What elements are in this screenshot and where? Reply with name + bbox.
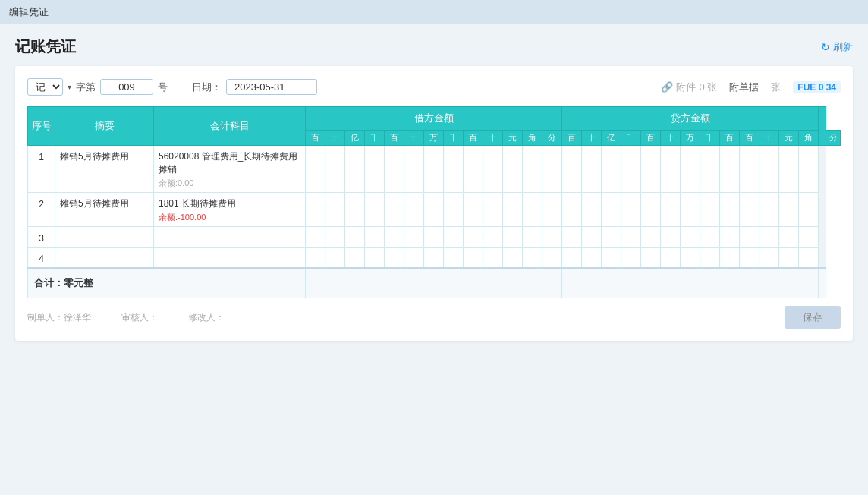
row-account-1[interactable]: 56020008 管理费用_长期待摊费用摊销余额:0.00: [154, 146, 306, 193]
row-1-credit-8[interactable]: [720, 146, 740, 193]
row-account-3[interactable]: [154, 227, 306, 247]
row-2-credit-5[interactable]: [661, 193, 681, 227]
row-1-debit-4[interactable]: [385, 146, 404, 193]
row-2-credit-3[interactable]: [621, 193, 641, 227]
attach-single-label[interactable]: 附单据: [729, 80, 759, 94]
row-4-credit-5[interactable]: [661, 247, 681, 269]
row-4-debit-10[interactable]: [503, 247, 523, 269]
row-3-debit-0[interactable]: [306, 227, 326, 247]
row-3-credit-11[interactable]: [779, 227, 799, 247]
row-4-debit-4[interactable]: [385, 247, 404, 269]
row-4-credit-7[interactable]: [700, 247, 720, 269]
row-account-2[interactable]: 1801 长期待摊费用余额:-100.00: [154, 193, 306, 227]
row-2-debit-1[interactable]: [326, 193, 345, 227]
row-4-credit-12[interactable]: [799, 247, 819, 269]
row-2-credit-9[interactable]: [740, 193, 760, 227]
row-4-debit-8[interactable]: [464, 247, 483, 269]
row-2-debit-10[interactable]: [503, 193, 523, 227]
row-3-credit-1[interactable]: [582, 227, 602, 247]
row-4-debit-7[interactable]: [444, 247, 464, 269]
row-4-credit-4[interactable]: [641, 247, 661, 269]
row-2-debit-4[interactable]: [385, 193, 404, 227]
row-2-credit-8[interactable]: [720, 193, 740, 227]
row-1-debit-3[interactable]: [365, 146, 385, 193]
row-2-debit-5[interactable]: [404, 193, 424, 227]
refresh-button[interactable]: ↻ 刷新: [821, 40, 853, 54]
attachment-link[interactable]: 🔗 附件 0 张: [661, 80, 717, 94]
row-1-debit-10[interactable]: [503, 146, 523, 193]
row-4-debit-11[interactable]: [523, 247, 542, 269]
row-3-credit-3[interactable]: [621, 227, 641, 247]
row-1-debit-5[interactable]: [404, 146, 424, 193]
row-3-credit-9[interactable]: [740, 227, 760, 247]
row-2-credit-1[interactable]: [582, 193, 602, 227]
row-3-debit-8[interactable]: [464, 227, 483, 247]
row-1-credit-0[interactable]: [562, 146, 582, 193]
row-1-credit-10[interactable]: [760, 146, 779, 193]
row-4-debit-12[interactable]: [542, 247, 562, 269]
row-1-credit-11[interactable]: [779, 146, 799, 193]
row-3-credit-7[interactable]: [700, 227, 720, 247]
row-2-credit-7[interactable]: [700, 193, 720, 227]
row-1-credit-2[interactable]: [602, 146, 621, 193]
row-3-credit-4[interactable]: [641, 227, 661, 247]
row-4-credit-8[interactable]: [720, 247, 740, 269]
table-row[interactable]: 1摊销5月待摊费用56020008 管理费用_长期待摊费用摊销余额:0.00: [28, 146, 841, 193]
row-4-debit-2[interactable]: [345, 247, 365, 269]
row-2-debit-8[interactable]: [464, 193, 483, 227]
row-4-debit-5[interactable]: [404, 247, 424, 269]
voucher-number-input[interactable]: [100, 79, 153, 95]
row-1-debit-11[interactable]: [523, 146, 542, 193]
row-4-credit-10[interactable]: [760, 247, 779, 269]
row-3-credit-10[interactable]: [760, 227, 779, 247]
row-2-debit-7[interactable]: [444, 193, 464, 227]
row-3-debit-6[interactable]: [424, 227, 444, 247]
row-summary-4[interactable]: [55, 247, 154, 269]
row-4-debit-0[interactable]: [306, 247, 326, 269]
row-2-debit-2[interactable]: [345, 193, 365, 227]
row-1-debit-0[interactable]: [306, 146, 326, 193]
row-2-credit-0[interactable]: [562, 193, 582, 227]
row-1-debit-6[interactable]: [424, 146, 444, 193]
row-3-debit-9[interactable]: [483, 227, 503, 247]
row-2-debit-11[interactable]: [523, 193, 542, 227]
row-3-debit-5[interactable]: [404, 227, 424, 247]
row-1-credit-1[interactable]: [582, 146, 602, 193]
row-4-debit-3[interactable]: [365, 247, 385, 269]
row-2-debit-3[interactable]: [365, 193, 385, 227]
row-3-debit-7[interactable]: [444, 227, 464, 247]
row-1-debit-7[interactable]: [444, 146, 464, 193]
row-1-credit-3[interactable]: [621, 146, 641, 193]
row-1-credit-7[interactable]: [700, 146, 720, 193]
row-4-debit-6[interactable]: [424, 247, 444, 269]
row-1-debit-2[interactable]: [345, 146, 365, 193]
row-4-credit-6[interactable]: [681, 247, 700, 269]
row-1-credit-5[interactable]: [661, 146, 681, 193]
row-2-credit-2[interactable]: [602, 193, 621, 227]
row-4-credit-1[interactable]: [582, 247, 602, 269]
row-2-credit-6[interactable]: [681, 193, 700, 227]
row-summary-1[interactable]: 摊销5月待摊费用: [55, 146, 154, 193]
row-2-debit-0[interactable]: [306, 193, 326, 227]
row-2-credit-12[interactable]: [799, 193, 819, 227]
row-3-credit-8[interactable]: [720, 227, 740, 247]
table-row[interactable]: 4: [28, 247, 841, 269]
row-3-debit-12[interactable]: [542, 227, 562, 247]
row-3-debit-1[interactable]: [326, 227, 345, 247]
row-4-debit-1[interactable]: [326, 247, 345, 269]
voucher-type-select[interactable]: 记: [27, 78, 63, 96]
row-2-credit-4[interactable]: [641, 193, 661, 227]
row-1-credit-12[interactable]: [799, 146, 819, 193]
row-2-debit-9[interactable]: [483, 193, 503, 227]
row-3-credit-2[interactable]: [602, 227, 621, 247]
row-1-credit-9[interactable]: [740, 146, 760, 193]
row-3-credit-12[interactable]: [799, 227, 819, 247]
row-summary-3[interactable]: [55, 227, 154, 247]
table-row[interactable]: 3: [28, 227, 841, 247]
row-account-4[interactable]: [154, 247, 306, 269]
row-1-debit-8[interactable]: [464, 146, 483, 193]
row-1-credit-6[interactable]: [681, 146, 700, 193]
row-4-credit-11[interactable]: [779, 247, 799, 269]
row-4-credit-3[interactable]: [621, 247, 641, 269]
row-4-credit-2[interactable]: [602, 247, 621, 269]
